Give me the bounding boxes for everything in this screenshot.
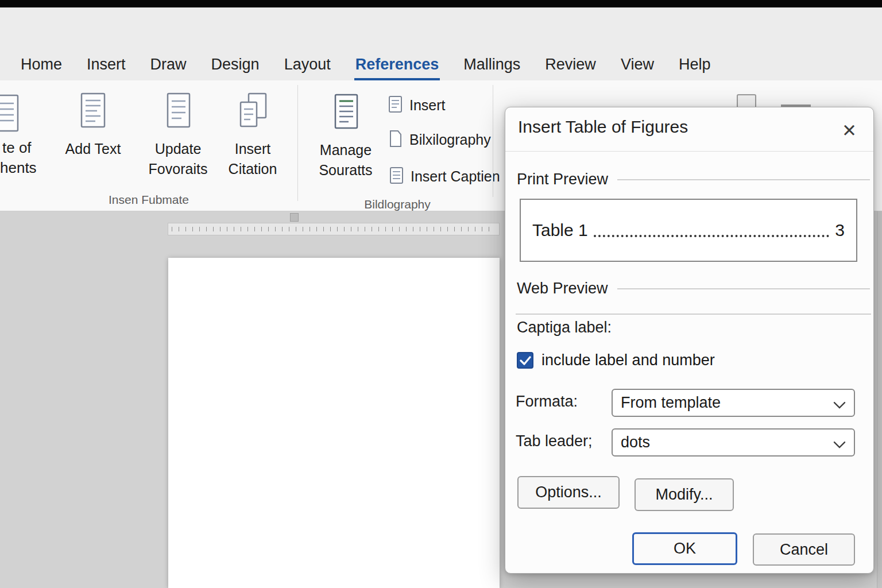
ribbon-group-separator bbox=[493, 85, 493, 197]
insert-small-label: Insert bbox=[409, 97, 446, 114]
tab-help[interactable]: Help bbox=[679, 56, 711, 74]
ruler-indent-marker[interactable] bbox=[290, 213, 299, 222]
tab-home[interactable]: Home bbox=[21, 56, 62, 74]
update-table-icon bbox=[163, 92, 193, 132]
preview-entry-label: Table 1 bbox=[532, 220, 588, 240]
manage-sources-label-line1: Manage bbox=[320, 140, 372, 160]
format-dropdown[interactable]: From template bbox=[612, 389, 855, 417]
tab-design[interactable]: Design bbox=[211, 56, 260, 74]
ribbon-tab-bar: Home Insert Draw Design Layout Reference… bbox=[0, 7, 882, 80]
insert-small-button[interactable]: Insert bbox=[388, 95, 446, 115]
preview-dot-leader bbox=[594, 235, 830, 237]
web-preview-section: Web Preview bbox=[517, 280, 870, 297]
include-label-checkbox-row[interactable]: include label and number bbox=[517, 351, 715, 369]
tab-leader-dropdown[interactable]: dots bbox=[612, 428, 855, 457]
manage-sources-label-line2: Souratts bbox=[319, 160, 372, 180]
top-black-bar bbox=[0, 0, 882, 7]
web-preview-rule bbox=[617, 288, 870, 289]
word-window: Home Insert Draw Design Layout Reference… bbox=[0, 0, 882, 588]
cancel-button[interactable]: Cancel bbox=[753, 533, 855, 566]
update-table-button[interactable]: Update Fovoraits bbox=[144, 92, 212, 179]
bibliography-page-icon bbox=[388, 129, 403, 150]
update-table-label-line1: Update bbox=[155, 139, 202, 159]
insert-caption-page-icon bbox=[389, 167, 404, 187]
add-text-button[interactable]: Add Text bbox=[60, 92, 126, 159]
format-dropdown-value: From template bbox=[621, 394, 721, 412]
modify-button[interactable]: Modify... bbox=[635, 478, 734, 511]
tab-leader-label: Tab leader; bbox=[516, 432, 593, 450]
tab-draw[interactable]: Draw bbox=[150, 56, 187, 74]
insert-citation-icon bbox=[236, 92, 269, 132]
include-label-checkbox-label: include label and number bbox=[541, 351, 715, 369]
tab-layout[interactable]: Layout bbox=[284, 56, 331, 74]
checkbox-checked-icon[interactable] bbox=[517, 352, 533, 369]
format-label: Formata: bbox=[516, 393, 578, 411]
ruler-ticks bbox=[172, 227, 496, 231]
tab-review[interactable]: Review bbox=[545, 56, 596, 74]
table-of-contents-button[interactable]: te of bbox=[2, 139, 32, 157]
tab-leader-dropdown-value: dots bbox=[621, 434, 650, 451]
ribbon-group-separator bbox=[297, 85, 298, 201]
print-preview-rule bbox=[617, 179, 870, 180]
tab-mailings[interactable]: Mallings bbox=[463, 56, 520, 74]
insert-caption-button[interactable]: Insert Captien bbox=[389, 167, 500, 187]
web-preview-bottom-rule bbox=[516, 314, 871, 315]
tab-references[interactable]: References bbox=[355, 56, 439, 74]
tab-insert[interactable]: Insert bbox=[87, 56, 126, 74]
print-preview-box: Table 1 3 bbox=[520, 199, 857, 262]
tab-view[interactable]: View bbox=[621, 56, 654, 74]
insert-citation-label-line1: Insert bbox=[235, 139, 271, 159]
caption-label-label: Captiga label: bbox=[517, 319, 612, 336]
table-of-contents-button-line2[interactable]: hents bbox=[0, 159, 37, 177]
group-label-table-of-contents: Insen Fubmate bbox=[0, 193, 297, 207]
update-table-label-line2: Fovoraits bbox=[149, 159, 208, 179]
print-preview-label: Print Preview bbox=[517, 171, 608, 188]
insert-page-icon bbox=[388, 95, 403, 115]
horizontal-ruler bbox=[168, 223, 500, 235]
ok-button[interactable]: OK bbox=[632, 532, 737, 565]
chevron-down-icon bbox=[833, 435, 846, 452]
document-page[interactable] bbox=[168, 258, 500, 588]
group-label-bibliography: Bildlography bbox=[297, 198, 497, 211]
close-icon[interactable]: ✕ bbox=[838, 119, 861, 142]
dialog-title-separator bbox=[505, 151, 873, 152]
vertical-scrollbar[interactable] bbox=[877, 211, 882, 588]
web-preview-label: Web Preview bbox=[517, 280, 608, 297]
chevron-down-icon bbox=[833, 395, 846, 413]
bibliography-button[interactable]: Bilxilography bbox=[388, 129, 491, 150]
add-text-label: Add Text bbox=[65, 139, 121, 159]
insert-table-of-figures-dialog: Insert Table of Figures ✕ Print Preview … bbox=[505, 107, 874, 574]
insert-citation-button[interactable]: Insert Citation bbox=[220, 92, 285, 179]
dialog-title: Insert Table of Figures bbox=[518, 117, 688, 137]
print-preview-section: Print Preview bbox=[517, 171, 870, 188]
bibliography-label: Bilxilography bbox=[409, 131, 491, 148]
insert-caption-label: Insert Captien bbox=[411, 168, 500, 185]
insert-citation-label-line2: Citation bbox=[229, 159, 277, 179]
manage-sources-icon bbox=[331, 93, 361, 133]
preview-entry-page: 3 bbox=[835, 220, 845, 240]
document-icon bbox=[0, 93, 21, 136]
manage-sources-button[interactable]: Manage Souratts bbox=[312, 93, 380, 180]
options-button[interactable]: Options... bbox=[517, 476, 620, 509]
add-text-icon bbox=[78, 92, 108, 132]
